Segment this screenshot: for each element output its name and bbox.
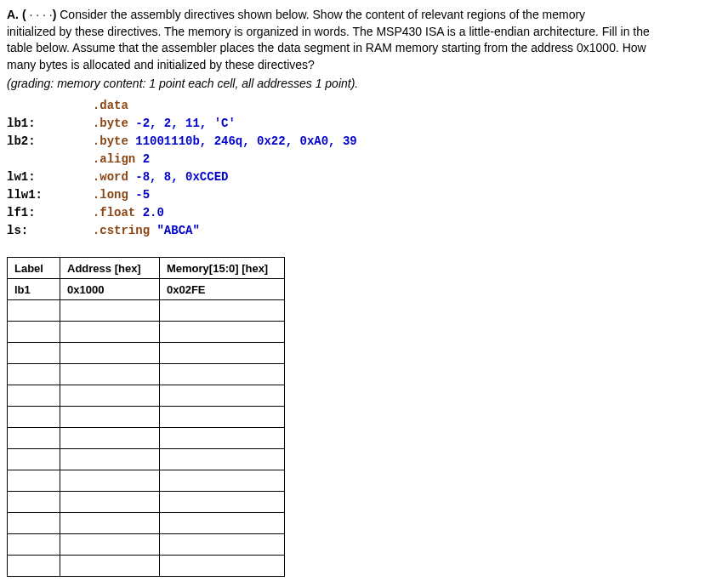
- table-header-row: Label Address [hex] Memory[15:0] [hex]: [8, 258, 285, 279]
- cell-memory: [160, 343, 285, 364]
- cell-label: [8, 343, 60, 364]
- cell-label: [8, 449, 60, 470]
- code-val-3: 11001110b, 246q, 0x22, 0xA0, 39: [128, 134, 357, 148]
- cell-memory: [160, 407, 285, 428]
- q-dots: · · · ·: [26, 8, 53, 21]
- cell-address: [60, 428, 160, 449]
- cell-memory: [160, 513, 285, 534]
- cell-label: [8, 300, 60, 322]
- code-dir-3: .byte: [93, 134, 128, 148]
- cell-memory: [160, 322, 285, 343]
- cell-memory: [160, 385, 285, 407]
- cell-address: [60, 534, 160, 556]
- cell-address: [60, 364, 160, 385]
- cell-address: [60, 343, 160, 364]
- q-line4: many bytes is allocated and initialized …: [7, 58, 315, 71]
- code-dir-5: .word: [93, 170, 128, 184]
- cell-address: [60, 470, 160, 492]
- header-address: Address [hex]: [60, 258, 160, 279]
- q-line2: initialized by these directives. The mem…: [7, 25, 650, 38]
- cell-memory: [160, 492, 285, 513]
- cell-label: [8, 322, 60, 343]
- table-row: [8, 300, 285, 322]
- assembly-code: .data lb1: .byte -2, 2, 11, 'C' lb2: .by…: [7, 97, 721, 240]
- q-line3: table below. Assume that the assembler p…: [7, 41, 646, 54]
- code-val-6: -5: [128, 188, 150, 202]
- code-dir-6: .long: [93, 188, 128, 202]
- cell-label: lb1: [8, 279, 60, 300]
- cell-label: [8, 534, 60, 556]
- cell-label: [8, 492, 60, 513]
- code-val-5: -8, 8, 0xCCED: [128, 170, 229, 184]
- code-label-7: lf1:: [7, 206, 36, 219]
- table-row: [8, 343, 285, 364]
- cell-memory: [160, 556, 285, 577]
- code-dir-8: .cstring: [93, 224, 150, 237]
- code-label-6: llw1:: [7, 188, 43, 202]
- code-dir-7: .float: [93, 206, 135, 219]
- question-text: A. ( · · · ·) Consider the assembly dire…: [7, 7, 721, 73]
- cell-memory: [160, 428, 285, 449]
- cell-label: [8, 470, 60, 492]
- cell-memory: [160, 534, 285, 556]
- cell-label: [8, 385, 60, 407]
- cell-address: [60, 322, 160, 343]
- code-label-8: ls:: [7, 224, 28, 237]
- code-label-5: lw1:: [7, 170, 36, 184]
- code-label-3: lb2:: [7, 134, 36, 148]
- cell-address: [60, 300, 160, 322]
- cell-label: [8, 556, 60, 577]
- cell-address: [60, 449, 160, 470]
- code-val-2: -2, 2, 11, 'C': [128, 117, 236, 130]
- table-row: [8, 534, 285, 556]
- table-row: [8, 407, 285, 428]
- code-dir-1: .data: [93, 99, 128, 112]
- table-row: [8, 470, 285, 492]
- code-dir-4: .align: [93, 152, 135, 166]
- code-val-7: 2.0: [135, 206, 164, 219]
- cell-memory: [160, 449, 285, 470]
- table-row: [8, 385, 285, 407]
- code-dir-2: .byte: [93, 117, 128, 130]
- q-prefix: A. (: [7, 8, 26, 21]
- q-close: ): [53, 8, 60, 21]
- table-row: [8, 492, 285, 513]
- code-val-8: "ABCA": [150, 224, 200, 237]
- table-row: [8, 322, 285, 343]
- cell-address: [60, 556, 160, 577]
- cell-label: [8, 407, 60, 428]
- code-val-4: 2: [135, 152, 150, 166]
- cell-memory: 0x02FE: [160, 279, 285, 300]
- header-label: Label: [8, 258, 60, 279]
- memory-table: Label Address [hex] Memory[15:0] [hex] l…: [7, 257, 285, 577]
- cell-address: 0x1000: [60, 279, 160, 300]
- cell-address: [60, 513, 160, 534]
- table-row: [8, 364, 285, 385]
- cell-label: [8, 428, 60, 449]
- cell-memory: [160, 470, 285, 492]
- header-memory: Memory[15:0] [hex]: [160, 258, 285, 279]
- table-row: [8, 513, 285, 534]
- cell-address: [60, 492, 160, 513]
- cell-memory: [160, 364, 285, 385]
- q-line1: Consider the assembly directives shown b…: [60, 8, 585, 21]
- table-row: [8, 449, 285, 470]
- cell-label: [8, 513, 60, 534]
- cell-memory: [160, 300, 285, 322]
- grading-note: (grading: memory content: 1 point each c…: [7, 77, 721, 90]
- cell-label: [8, 364, 60, 385]
- code-label-2: lb1:: [7, 117, 36, 130]
- table-row: lb10x10000x02FE: [8, 279, 285, 300]
- table-row: [8, 428, 285, 449]
- cell-address: [60, 407, 160, 428]
- cell-address: [60, 385, 160, 407]
- table-row: [8, 556, 285, 577]
